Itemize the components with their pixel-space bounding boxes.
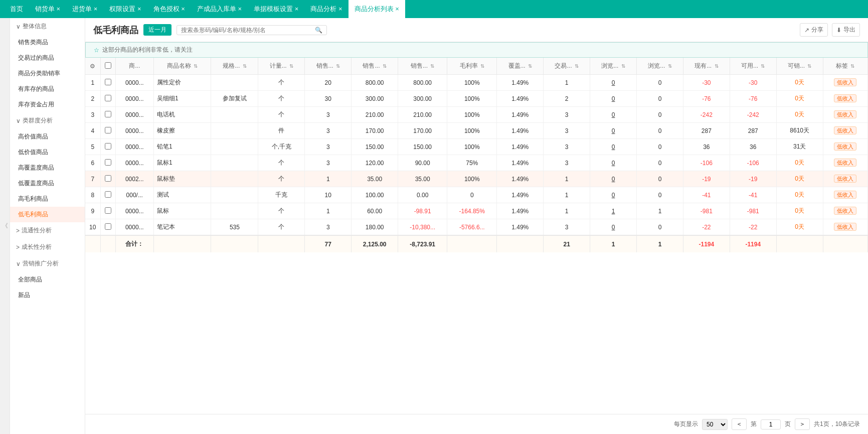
footer-cell-11: 21 — [544, 235, 590, 252]
table-cell: 100% — [447, 107, 497, 123]
table-cell: 0天 — [776, 75, 823, 91]
sidebar-item[interactable]: 库存资金占用 — [10, 97, 85, 112]
table-cell: 0 — [590, 187, 637, 203]
col-header-3[interactable]: 商品名称 ⇅ — [154, 58, 211, 75]
table-cell: 低收入 — [823, 171, 867, 187]
table-cell: 100% — [447, 75, 497, 91]
nav-item[interactable]: 单据模板设置 × — [248, 0, 304, 18]
sidebar-group-title[interactable]: ∨类群度分析 — [10, 112, 85, 129]
col-header-5[interactable]: 计量... ⇅ — [258, 58, 305, 75]
top-nav: 首页销货单 ×进货单 ×权限设置 ×角色授权 ×产成品入库单 ×单据模板设置 ×… — [0, 0, 868, 18]
nav-item[interactable]: 权限设置 × — [103, 0, 147, 18]
nav-item[interactable]: 商品分析列表 × — [349, 0, 405, 18]
sidebar-group-title[interactable]: >流通性分析 — [10, 222, 85, 239]
table-cell: 参加复试 — [211, 91, 258, 107]
table-cell: 100% — [447, 139, 497, 155]
search-input[interactable] — [181, 27, 315, 34]
filter-btn[interactable]: 近一月 — [143, 24, 171, 36]
table-cell — [100, 171, 115, 187]
next-page-btn[interactable]: ＞ — [795, 418, 810, 430]
table-cell: 1 — [305, 203, 352, 219]
prev-page-btn[interactable]: ＜ — [732, 418, 747, 430]
table-cell: -242 — [730, 107, 776, 123]
table-cell: -30 — [683, 75, 730, 91]
page-input[interactable] — [761, 419, 781, 429]
table-cell: 低收入 — [823, 139, 867, 155]
table-cell: 0天 — [776, 91, 823, 107]
table-cell: -41 — [683, 187, 730, 203]
footer-cell-3 — [154, 235, 211, 252]
col-header-7[interactable]: 销售... ⇅ — [352, 58, 398, 75]
col-header-6[interactable]: 销售... ⇅ — [305, 58, 352, 75]
footer-cell-6: 77 — [305, 235, 352, 252]
share-button[interactable]: ↗ 分享 — [800, 23, 828, 37]
search-icon[interactable]: 🔍 — [315, 27, 322, 34]
table-cell: 0000... — [115, 139, 154, 155]
col-header-16[interactable]: 可销... ⇅ — [776, 58, 823, 75]
sidebar-item[interactable]: 商品分类助销率 — [10, 66, 85, 81]
col-header-9[interactable]: 毛利率 ⇅ — [447, 58, 497, 75]
table-cell: 000/... — [115, 187, 154, 203]
nav-item[interactable]: 商品分析 × — [304, 0, 348, 18]
sidebar-item[interactable]: 新品 — [10, 287, 85, 303]
footer-cell-12: 1 — [590, 235, 637, 252]
table-cell: 0000... — [115, 75, 154, 91]
select-all-checkbox[interactable] — [105, 62, 111, 69]
table-cell: 0 — [637, 171, 683, 187]
nav-item[interactable]: 产成品入库单 × — [191, 0, 248, 18]
nav-item[interactable]: 销货单 × — [29, 0, 66, 18]
sidebar-item[interactable]: 高毛利商品 — [10, 191, 85, 207]
table-cell: 90.00 — [398, 155, 447, 171]
table-cell: 个 — [258, 91, 305, 107]
sidebar-item[interactable]: 高价值商品 — [10, 129, 85, 144]
export-button[interactable]: ⬇ 导出 — [832, 23, 860, 37]
table-cell: 36 — [730, 139, 776, 155]
notice-icon: ☆ — [94, 47, 99, 54]
col-header-4[interactable]: 规格... ⇅ — [211, 58, 258, 75]
sidebar-item[interactable]: 高覆盖度商品 — [10, 160, 85, 176]
sidebar-item[interactable]: 全部商品 — [10, 272, 85, 287]
col-header-2[interactable]: 商... — [115, 58, 154, 75]
footer-cell-8: -8,723.91 — [398, 235, 447, 252]
table-cell: 个 — [258, 75, 305, 91]
col-header-17[interactable]: 标签 ⇅ — [823, 58, 867, 75]
table-cell: 4 — [85, 123, 100, 139]
col-header-8[interactable]: 销售... ⇅ — [398, 58, 447, 75]
sidebar-collapse-btn[interactable]: 《 — [0, 18, 10, 434]
col-header-11[interactable]: 交易... ⇅ — [544, 58, 590, 75]
footer-cell-0 — [85, 235, 100, 252]
table-cell: 0000... — [115, 91, 154, 107]
sidebar-item[interactable]: 低覆盖度商品 — [10, 176, 85, 191]
col-header-14[interactable]: 现有... ⇅ — [683, 58, 730, 75]
table-cell — [211, 171, 258, 187]
sidebar-group-title[interactable]: ∨整体信息 — [10, 18, 85, 35]
page-size-select[interactable]: 50 100 — [702, 419, 728, 430]
col-header-1[interactable] — [100, 58, 115, 75]
col-header-15[interactable]: 可用... ⇅ — [730, 58, 776, 75]
table-cell: 鼠标 — [154, 203, 211, 219]
col-header-10[interactable]: 覆盖... ⇅ — [497, 58, 544, 75]
table-row: 10000...属性定价个20800.00800.00100%1.49%100-… — [85, 75, 868, 91]
col-header-12[interactable]: 浏览... ⇅ — [590, 58, 637, 75]
table-cell: 1 — [637, 203, 683, 219]
nav-item[interactable]: 首页 — [4, 0, 29, 18]
sidebar-item[interactable]: 有库存的商品 — [10, 81, 85, 97]
table-cell: -164.85% — [447, 203, 497, 219]
table-cell: 0 — [590, 139, 637, 155]
col-header-13[interactable]: 浏览... ⇅ — [637, 58, 683, 75]
sidebar-group-title[interactable]: >成长性分析 — [10, 239, 85, 255]
sidebar-item[interactable]: 销售类商品 — [10, 35, 85, 50]
col-header-0[interactable]: ⚙ — [85, 58, 100, 75]
table-cell: 0.00 — [398, 187, 447, 203]
table-cell: 个 — [258, 203, 305, 219]
nav-item[interactable]: 进货单 × — [66, 0, 103, 18]
table-cell — [211, 187, 258, 203]
nav-item[interactable]: 角色授权 × — [147, 0, 191, 18]
sidebar-item[interactable]: 交易过的商品 — [10, 50, 85, 66]
sidebar-item[interactable]: 低价值商品 — [10, 144, 85, 160]
sidebar-item[interactable]: 低毛利商品 — [10, 207, 85, 222]
table-cell: 0 — [590, 123, 637, 139]
table-cell: 1.49% — [497, 75, 544, 91]
sidebar-group-title[interactable]: ∨营销推广分析 — [10, 255, 85, 272]
table-cell: 3 — [305, 123, 352, 139]
